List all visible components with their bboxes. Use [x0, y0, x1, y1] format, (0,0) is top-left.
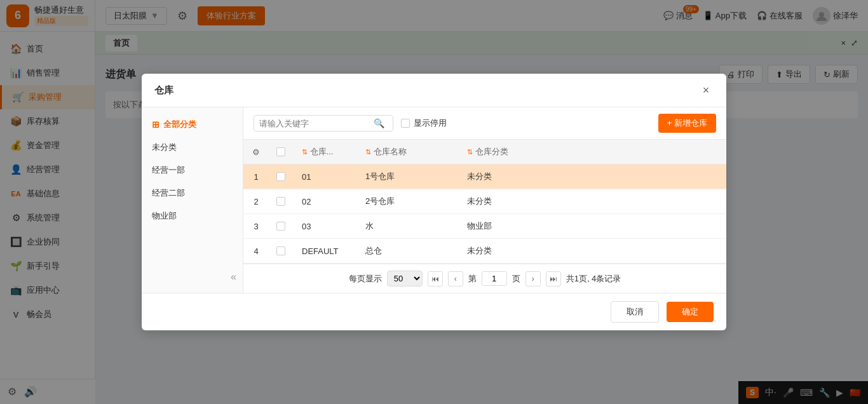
row-name: 1号仓库 [358, 165, 459, 189]
pagination: 每页显示 50 20 100 ⏮ ‹ 第 页 › ⏭ 共1页, 4条记录 [243, 264, 726, 293]
modal-table-wrap: ⚙ ⇅ 仓库... ⇅ [243, 140, 726, 264]
row-num: 1 [243, 165, 269, 189]
category-spacer [142, 228, 243, 266]
col-gear: ⚙ [243, 140, 269, 165]
row-code: 03 [294, 214, 358, 239]
table-head: ⚙ ⇅ 仓库... ⇅ [243, 140, 726, 165]
modal-title: 仓库 [154, 84, 173, 97]
search-box: 🔍 [254, 115, 393, 131]
table-row[interactable]: 2 02 2号仓库 未分类 [243, 189, 726, 214]
show-disabled-checkbox[interactable] [401, 119, 410, 128]
last-page-button[interactable]: ⏭ [546, 271, 561, 286]
category-item-unclassified[interactable]: 未分类 [142, 137, 243, 158]
sort-icon: ⇅ [365, 148, 371, 156]
row-code: DEFAULT [294, 239, 358, 264]
modal-header: 仓库 × [142, 74, 726, 107]
modal-close-button[interactable]: × [698, 83, 714, 98]
first-page-button[interactable]: ⏮ [428, 271, 443, 286]
row-checkbox[interactable] [269, 189, 294, 214]
modal-toolbar: 🔍 显示停用 + 新增仓库 [243, 107, 726, 140]
category-item-all[interactable]: ⊞ 全部分类 [142, 114, 243, 135]
gear-icon: ⚙ [252, 147, 260, 157]
row-category: 未分类 [459, 239, 726, 264]
row-category: 未分类 [459, 165, 726, 189]
modal-overlay: 仓库 × ⊞ 全部分类 未分类 经营一部 经营二部 [0, 0, 868, 404]
collapse-button[interactable]: « [227, 267, 240, 286]
show-disabled-toggle[interactable]: 显示停用 [401, 118, 447, 129]
toolbar-left: 🔍 显示停用 [254, 115, 447, 131]
col-name: ⇅ 仓库名称 [358, 140, 459, 165]
select-all-checkbox[interactable] [276, 147, 285, 156]
search-input[interactable] [259, 119, 374, 128]
modal-main: 🔍 显示停用 + 新增仓库 [243, 107, 726, 293]
table-row[interactable]: 1 01 1号仓库 未分类 [243, 165, 726, 189]
total-info: 共1页, 4条记录 [566, 273, 621, 285]
search-icon: 🔍 [374, 118, 384, 128]
page-unit: 页 [512, 273, 520, 285]
row-name: 水 [358, 214, 459, 239]
modal-sidebar: ⊞ 全部分类 未分类 经营一部 经营二部 物业部 « [142, 107, 243, 293]
category-all-icon: ⊞ [152, 119, 159, 130]
row-category: 未分类 [459, 189, 726, 214]
category-item-dept1[interactable]: 经营一部 [142, 159, 243, 181]
per-page-select[interactable]: 50 20 100 [387, 271, 423, 286]
modal-footer: 取消 确定 [142, 293, 726, 330]
show-disabled-label: 显示停用 [414, 118, 447, 129]
warehouse-modal: 仓库 × ⊞ 全部分类 未分类 经营一部 经营二部 [142, 74, 726, 330]
row-num: 3 [243, 214, 269, 239]
col-code: ⇅ 仓库... [294, 140, 358, 165]
row-num: 4 [243, 239, 269, 264]
col-category: ⇅ 仓库分类 [459, 140, 726, 165]
warehouse-table: ⚙ ⇅ 仓库... ⇅ [243, 140, 726, 264]
table-header-row: ⚙ ⇅ 仓库... ⇅ [243, 140, 726, 165]
row-code: 01 [294, 165, 358, 189]
prev-page-button[interactable]: ‹ [448, 271, 463, 286]
col-checkbox [269, 140, 294, 165]
row-code: 02 [294, 189, 358, 214]
add-warehouse-button[interactable]: + 新增仓库 [658, 114, 716, 133]
table-body: 1 01 1号仓库 未分类 2 [243, 165, 726, 264]
category-item-property[interactable]: 物业部 [142, 205, 243, 227]
next-page-button[interactable]: › [526, 271, 541, 286]
table-row[interactable]: 3 03 水 物业部 [243, 214, 726, 239]
row-num: 2 [243, 189, 269, 214]
cancel-button[interactable]: 取消 [611, 301, 659, 323]
page-number-input[interactable] [482, 271, 507, 286]
row-name: 2号仓库 [358, 189, 459, 214]
per-page-label: 每页显示 [349, 273, 382, 285]
row-category: 物业部 [459, 214, 726, 239]
sort-icon: ⇅ [302, 148, 308, 156]
row-name: 总仓 [358, 239, 459, 264]
sort-icon: ⇅ [467, 148, 473, 156]
page-label: 第 [468, 273, 477, 285]
modal-body: ⊞ 全部分类 未分类 经营一部 经营二部 物业部 « [142, 107, 726, 293]
category-item-dept2[interactable]: 经营二部 [142, 182, 243, 204]
table-row[interactable]: 4 DEFAULT 总仓 未分类 [243, 239, 726, 264]
row-checkbox[interactable] [269, 165, 294, 189]
row-checkbox[interactable] [269, 214, 294, 239]
confirm-button[interactable]: 确定 [667, 302, 714, 322]
row-checkbox[interactable] [269, 239, 294, 264]
